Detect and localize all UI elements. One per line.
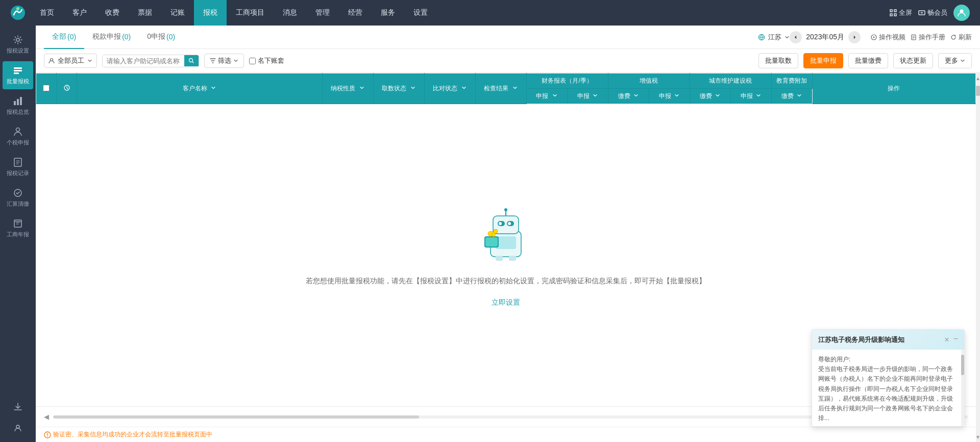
search-button[interactable] [184,55,199,66]
notif-close-btn[interactable]: × [944,336,949,344]
sidebar-user-settings[interactable] [3,419,33,437]
sidebar-item-tax-settlement[interactable]: 汇算清缴 [3,184,33,212]
svg-point-24 [189,59,193,62]
svg-point-32 [508,222,511,225]
notif-text: 尊敬的用户: 受当前电子税务局进一步升级的影响，同一个政务网账号（办税人）名下的… [818,355,955,423]
month-prev-btn[interactable] [790,31,802,43]
notif-header: 江苏电子税务局升级影响通知 × − [812,330,964,350]
more-btn[interactable]: 更多 [938,53,972,68]
empty-message: 若您想使用批量报税功能，请先在【报税设置】中进行报税的初始化设置，完成密码验证和… [306,275,706,287]
notif-minimize-btn[interactable]: − [953,335,958,343]
month-next-btn[interactable] [848,31,861,43]
svg-point-34 [504,208,507,211]
select-all-checkbox[interactable] [43,85,50,91]
operation-video-btn[interactable]: 操作视频 [871,33,905,42]
membership-label: 畅会员 [927,8,947,17]
sidebar-item-tax-overview[interactable]: 报税总览 [3,92,33,120]
nav-settings[interactable]: 设置 [404,0,437,26]
checkbox-label-text: 名下账套 [258,56,284,65]
status-update-btn[interactable]: 状态更新 [893,53,933,68]
nav-right-actions: 全屏 畅会员 [890,5,970,21]
nav-customer[interactable]: 客户 [63,0,96,26]
operation-video-label: 操作视频 [879,33,905,42]
nav-operation[interactable]: 经营 [339,0,372,26]
sidebar-label-annual-report: 工商年报 [7,231,29,238]
th-tax-type: 纳税性质 [322,73,373,104]
nav-fee[interactable]: 收费 [96,0,129,26]
th-customer-name: 客户名称 [77,73,323,104]
th-city-report: 申报 [649,89,690,104]
sidebar-item-personal-tax[interactable]: 个税申报 [3,122,33,151]
sidebar-item-batch-tax[interactable]: 批量报税 [3,61,33,89]
notif-body: 尊敬的用户: 受当前电子税务局进一步升级的影响，同一个政务网账号（办税人）名下的… [812,350,961,426]
month-display: 2023年05月 [806,33,844,42]
scroll-up-btn[interactable]: ▲ [976,73,980,83]
nav-home[interactable]: 首页 [31,0,63,26]
tab-zero-report[interactable]: 0申报 (0) [139,26,183,49]
svg-point-31 [499,222,502,225]
nav-service[interactable]: 服务 [372,0,404,26]
svg-rect-2 [890,10,892,12]
th-edu-pay: 缴费 [771,89,812,104]
scroll-track-v [976,83,980,432]
scroll-down-btn[interactable]: ▼ [976,432,980,442]
app-logo[interactable] [5,0,31,26]
search-input[interactable] [103,55,184,67]
svg-point-15 [16,128,20,132]
membership-btn[interactable]: 畅会员 [918,8,947,17]
sidebar-item-annual-report[interactable]: 工商年报 [3,214,33,242]
sidebar-label-batch-tax: 批量报税 [7,78,29,85]
user-avatar[interactable] [953,5,970,21]
svg-rect-14 [20,97,22,105]
region-selector[interactable]: 江苏 [758,33,790,42]
svg-rect-5 [894,14,896,16]
svg-point-19 [16,425,19,428]
sidebar-item-tax-record[interactable]: 报税记录 [3,153,33,181]
th-vat: 增值税 [608,73,690,89]
checkbox-subaccount[interactable]: 名下账套 [249,56,284,65]
employee-select-label: 全部员工 [58,56,84,65]
th-financial-report: 财务报表（月/季） [526,73,608,89]
sidebar-item-tax-settings[interactable]: 报税设置 [3,31,33,59]
tab-tax-report-count: (0) [122,33,131,41]
nav-invoice[interactable]: 票据 [129,0,161,26]
th-customer-name-label: 客户名称 [183,85,207,92]
batch-pay-btn[interactable]: 批量缴费 [848,53,888,68]
subaccount-checkbox[interactable] [249,58,256,64]
nav-accounting[interactable]: 记账 [161,0,194,26]
sidebar-bottom [3,398,33,442]
tab-actions: 操作视频 操作手册 刷新 [871,33,972,42]
notif-scroll-thumb [961,355,964,375]
table-header-container: 客户名称 纳税性质 取数状态 [36,73,976,104]
search-box [102,55,199,67]
filter-button[interactable]: 筛选 [204,54,244,68]
main-vertical-scrollbar[interactable]: ▲ ▼ [976,73,980,442]
nav-manage[interactable]: 管理 [306,0,339,26]
setup-link[interactable]: 立即设置 [492,298,520,307]
warning-bar: 验证密、采集信息均成功的企业才会流转至批量报税页面中 [36,427,976,442]
sidebar-download[interactable] [3,398,33,416]
fullscreen-btn[interactable]: 全屏 [890,8,912,17]
tab-tax-report[interactable]: 税款申报 (0) [84,26,139,49]
nav-business[interactable]: 工商项目 [227,0,274,26]
scroll-left-arrow[interactable]: ◀ [44,413,49,421]
svg-rect-13 [17,99,19,105]
tab-all-count: (0) [67,33,76,41]
refresh-btn[interactable]: 刷新 [950,33,972,42]
robot-illustration [475,203,536,264]
nav-message[interactable]: 消息 [274,0,306,26]
th-edu-tax: 教育费附加 [771,73,812,89]
nav-tax[interactable]: 报税 [194,0,227,26]
batch-fetch-btn[interactable]: 批量取数 [758,53,798,68]
tab-all[interactable]: 全部 (0) [44,26,84,49]
svg-point-8 [16,38,19,41]
operation-manual-btn[interactable]: 操作手册 [911,33,945,42]
notif-scrollbar[interactable] [961,350,964,426]
th-fetch-status: 取数状态 [373,73,424,104]
th-vat-report: 申报 [567,89,608,104]
batch-report-btn[interactable]: 批量申报 [803,53,843,68]
svg-point-44 [47,436,48,437]
top-navigation: 首页 客户 收费 票据 记账 报税 工商项目 消息 管理 经营 服务 设置 全屏… [0,0,980,26]
sidebar-label-tax-overview: 报税总览 [7,108,29,116]
employee-select[interactable]: 全部员工 [44,54,97,68]
